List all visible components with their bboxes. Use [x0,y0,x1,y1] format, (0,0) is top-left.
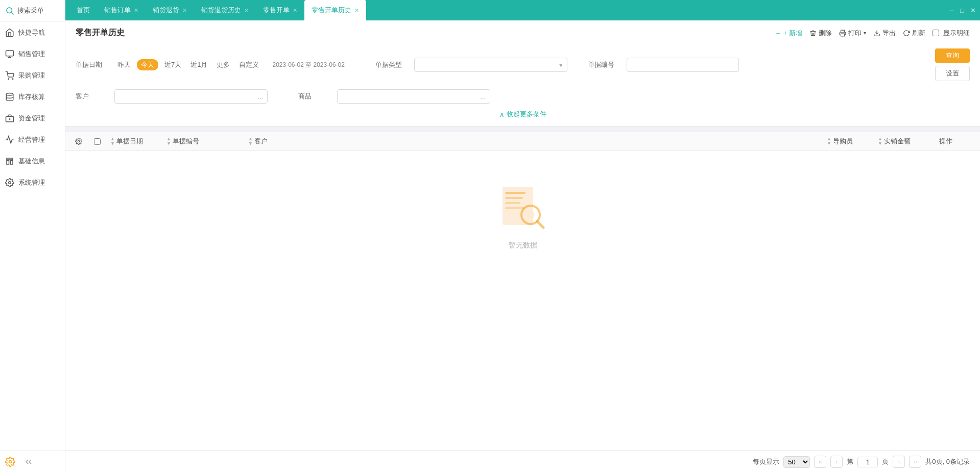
date-opt-more[interactable]: 更多 [213,59,233,70]
th-guide[interactable]: ▲▼ 导购员 [823,137,874,146]
window-close-btn[interactable]: ✕ [970,7,976,14]
customer-more-icon[interactable]: ... [257,93,263,101]
print-chevron[interactable]: ▾ [864,30,866,36]
sidebar: 搜索采单 快捷导航 销售管理 采购管理 库存核算 资金管理 [0,0,65,473]
sidebar-search-label: 搜索采单 [17,6,44,15]
svg-point-14 [9,461,12,463]
window-maximize-btn[interactable]: □ [960,7,964,14]
product-label: 商品 [298,92,327,101]
tab-close-sales-return-history[interactable]: ✕ [244,7,249,14]
tab-retail-open[interactable]: 零售开单 ✕ [256,0,304,20]
th-date[interactable]: ▲▼ 单据日期 [106,137,162,146]
content-area: 零售开单历史 ＋ + 新增 删除 [65,20,980,473]
sidebar-item-quick-nav[interactable]: 快捷导航 [0,22,65,43]
empty-text: 暂无数据 [509,241,537,250]
svg-rect-15 [841,34,845,36]
display-detail-checkbox[interactable] [933,30,939,36]
tab-sales-return-history[interactable]: 销货退货历史 ✕ [194,0,256,20]
page-prev-btn[interactable]: ‹ [830,456,843,468]
svg-line-24 [537,221,543,228]
th-amount[interactable]: ▲▼ 实销金额 [874,137,935,146]
customer-field[interactable] [119,93,255,101]
th-checkbox[interactable] [88,138,106,145]
sidebar-item-base[interactable]: 基础信息 [0,151,65,172]
svg-rect-19 [505,192,525,194]
sidebar-item-purchase[interactable]: 采购管理 [0,65,65,86]
trash-icon [809,30,817,37]
order-type-select[interactable]: ▾ [414,58,567,72]
collapse-sidebar-icon[interactable] [23,457,34,467]
table-container: ▲▼ 单据日期 ▲▼ 单据编号 ▲▼ 客户 ▲▼ 导购员 ▲▼ 实销金额 [65,132,980,450]
tab-sales-order[interactable]: 销售订单 ✕ [97,0,146,20]
filter-row-1: 单据日期 昨天 今天 近7天 近1月 更多 自定义 2023-06-02 至 2… [76,44,970,85]
tab-home[interactable]: 首页 [69,0,97,20]
customer-label: 客户 [76,92,104,101]
tab-close-sales-return[interactable]: ✕ [182,7,187,14]
th-customer[interactable]: ▲▼ 客户 [244,137,823,146]
display-detail-button[interactable]: 显示明细 [933,29,970,38]
date-opt-today[interactable]: 今天 [137,59,158,70]
refresh-button[interactable]: 刷新 [903,29,925,38]
window-minimize-btn[interactable]: ─ [949,7,954,14]
print-icon [839,30,846,37]
order-num-field[interactable] [631,61,734,69]
page-first-btn[interactable]: « [814,456,826,468]
page-next-btn[interactable]: › [893,456,905,468]
svg-rect-22 [505,207,524,209]
page-label-post: 页 [882,457,889,466]
sidebar-label-system: 系统管理 [18,178,45,187]
th-settings[interactable] [69,138,88,145]
th-action: 操作 [935,137,976,146]
date-opt-custom[interactable]: 自定义 [236,59,262,70]
tabs-right: ─ □ ✕ [949,7,976,14]
toolbar: ＋ + 新增 删除 打印 [775,29,970,38]
page-label-pre: 第 [847,457,853,466]
tab-close-retail-history[interactable]: ✕ [354,7,359,14]
add-button[interactable]: ＋ + 新增 [775,29,802,38]
print-button[interactable]: 打印 ▾ [839,29,866,38]
sidebar-label-purchase: 采购管理 [18,71,45,80]
refresh-icon [903,30,910,37]
order-type-label: 单据类型 [375,60,404,69]
date-opt-7days[interactable]: 近7天 [161,59,184,70]
export-button[interactable]: 导出 [873,29,896,38]
svg-point-6 [12,79,13,80]
page-input[interactable] [857,457,878,467]
sidebar-item-sales[interactable]: 销售管理 [0,43,65,65]
product-input[interactable]: ... [337,89,490,104]
select-all-checkbox[interactable] [94,138,101,145]
svg-point-17 [78,140,80,142]
page-last-btn[interactable]: » [909,456,921,468]
add-icon: ＋ [775,29,781,38]
sidebar-item-inventory[interactable]: 库存核算 [0,86,65,108]
tab-sales-return[interactable]: 销货退货 ✕ [146,0,194,20]
settings-gear-icon[interactable] [5,457,15,467]
th-num[interactable]: ▲▼ 单据编号 [162,137,244,146]
customer-input[interactable]: ... [114,89,268,104]
tab-close-sales-order[interactable]: ✕ [134,7,138,14]
product-field[interactable] [342,93,478,101]
sidebar-item-system[interactable]: 系统管理 [0,172,65,193]
svg-point-25 [527,211,535,219]
per-page-select[interactable]: 50 10 20 100 [783,456,810,468]
main: 首页 销售订单 ✕ 销货退货 ✕ 销货退货历史 ✕ 零售开单 ✕ 零售开单历史 … [65,0,980,473]
inventory-icon [5,92,14,102]
date-range: 2023-06-02 至 2023-06-02 [272,61,344,69]
tab-retail-history[interactable]: 零售开单历史 ✕ [304,0,366,20]
tab-close-retail-open[interactable]: ✕ [293,7,297,14]
settings-button[interactable]: 设置 [935,66,970,81]
search-icon [5,6,14,15]
purchase-icon [5,71,14,80]
page-header: 零售开单历史 ＋ + 新增 删除 [65,20,980,127]
collapse-button[interactable]: ∧ 收起更多条件 [76,108,970,121]
svg-rect-2 [6,51,14,56]
sidebar-item-finance[interactable]: 资金管理 [0,108,65,129]
date-opt-1month[interactable]: 近1月 [187,59,210,70]
sidebar-search[interactable]: 搜索采单 [0,0,65,22]
date-opt-yesterday[interactable]: 昨天 [114,59,134,70]
order-num-input[interactable] [627,58,739,72]
delete-button[interactable]: 删除 [809,29,832,38]
product-more-icon[interactable]: ... [480,93,486,101]
query-button[interactable]: 查询 [935,48,970,63]
sidebar-item-operations[interactable]: 经营管理 [0,129,65,151]
